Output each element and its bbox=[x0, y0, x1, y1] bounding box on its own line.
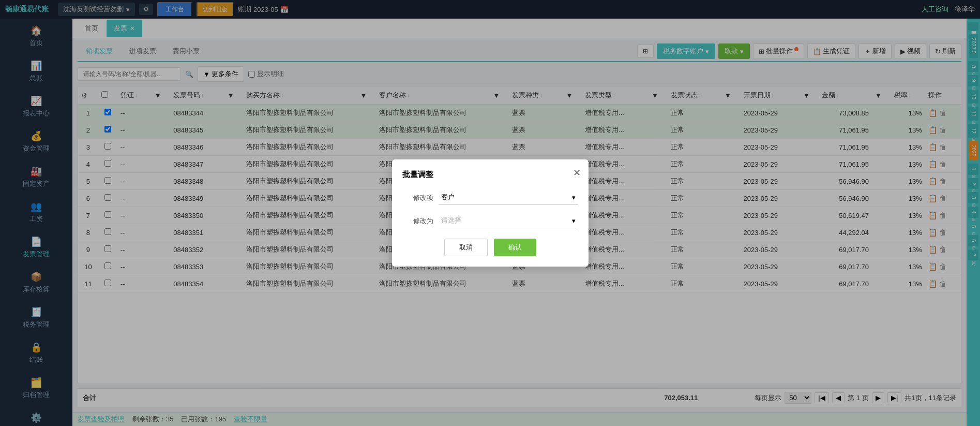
batch-adjust-modal: 批量调整 ✕ 修改项 客户 ▾ 修改为 请选择 ▾ 取消 确认 bbox=[392, 159, 589, 267]
field-value: 客户 bbox=[441, 193, 455, 202]
modify-field-label: 修改项 bbox=[402, 193, 433, 202]
value-placeholder: 请选择 bbox=[441, 216, 461, 225]
modal-footer: 取消 确认 bbox=[402, 239, 578, 256]
modal-cancel-btn[interactable]: 取消 bbox=[444, 239, 488, 256]
modal-overlay[interactable]: 批量调整 ✕ 修改项 客户 ▾ 修改为 请选择 ▾ 取消 确认 bbox=[0, 0, 980, 426]
modify-value-select[interactable]: 请选择 ▾ bbox=[439, 213, 578, 228]
modal-value-row: 修改为 请选择 ▾ bbox=[402, 213, 578, 228]
modal-close-btn[interactable]: ✕ bbox=[573, 167, 581, 179]
modify-value-label: 修改为 bbox=[402, 216, 433, 226]
field-dropdown-icon: ▾ bbox=[572, 194, 576, 201]
modal-confirm-btn[interactable]: 确认 bbox=[494, 239, 536, 256]
modal-field-row: 修改项 客户 ▾ bbox=[402, 190, 578, 205]
value-dropdown-icon: ▾ bbox=[572, 217, 576, 225]
modify-field-select[interactable]: 客户 ▾ bbox=[439, 190, 578, 205]
modal-title: 批量调整 bbox=[402, 170, 578, 180]
